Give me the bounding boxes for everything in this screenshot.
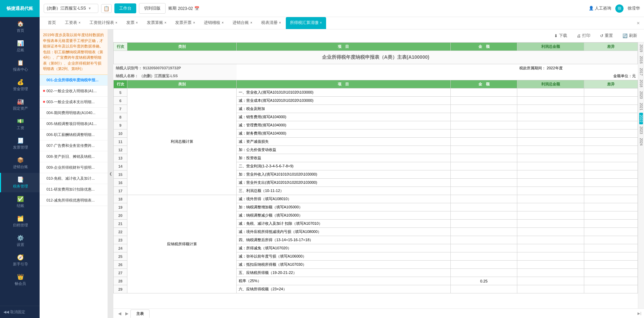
form-list-item-007[interactable]: 007-广告费和业务宣传费跨...	[40, 140, 108, 151]
sidebar-item-sales[interactable]: 📦 进销台账	[0, 153, 40, 173]
refresh-button[interactable]: 🔄 刷新	[620, 31, 640, 40]
close-tab-salary[interactable]: ×	[79, 21, 81, 25]
profit-cell[interactable]	[517, 244, 584, 252]
amount-cell[interactable]	[450, 113, 517, 121]
amount-cell[interactable]	[450, 269, 517, 277]
profit-cell[interactable]	[517, 146, 584, 154]
amount-cell[interactable]	[450, 187, 517, 195]
amount-cell[interactable]	[450, 162, 517, 170]
sidebar-item-tax[interactable]: 📑 税务管理	[0, 173, 40, 192]
amount-cell[interactable]	[450, 261, 517, 269]
profit-cell[interactable]	[517, 138, 584, 146]
close-tab-sales-ledger[interactable]: ×	[250, 21, 252, 25]
amount-cell[interactable]	[450, 179, 517, 187]
form-list-item-012[interactable]: 012-减免所得税优惠明细表...	[40, 195, 108, 206]
amount-cell[interactable]	[450, 146, 517, 154]
profit-cell[interactable]	[517, 261, 584, 269]
close-tab-income-tax[interactable]: ×	[320, 21, 322, 25]
workbench-button[interactable]: 工作台	[114, 3, 136, 13]
unpin-button[interactable]: ◀◀ 取消固定	[0, 306, 40, 318]
switch-version-button[interactable]: 切到旧版	[139, 3, 166, 14]
sidebar-item-salary[interactable]: 💵 工资	[0, 114, 40, 134]
sidebar-item-finance[interactable]: 💰 资金管理	[0, 75, 40, 95]
form-list-item-004[interactable]: 004-期间费用明细表(A1040...	[40, 108, 108, 119]
form-list-item-011[interactable]: 011-研发费用加计扣除优惠...	[40, 184, 108, 195]
profit-cell[interactable]	[517, 211, 584, 220]
profit-cell[interactable]	[517, 195, 584, 203]
amount-cell[interactable]	[450, 170, 517, 179]
amount-cell[interactable]	[450, 252, 517, 261]
profit-cell[interactable]	[517, 97, 584, 105]
amount-cell[interactable]	[450, 228, 517, 236]
profit-cell[interactable]	[517, 285, 584, 293]
profit-cell[interactable]	[517, 220, 584, 228]
amount-cell[interactable]	[450, 97, 517, 105]
amount-cell[interactable]	[450, 244, 517, 252]
copy-icon-btn[interactable]: 📋	[101, 4, 112, 13]
sidebar-item-invoice[interactable]: 🧾 发票管理	[0, 134, 40, 153]
amount-cell[interactable]	[450, 138, 517, 146]
amount-cell[interactable]	[450, 121, 517, 129]
profit-cell[interactable]	[517, 88, 584, 97]
close-tab-invoice-calc[interactable]: ×	[165, 21, 167, 25]
profit-cell[interactable]	[517, 154, 584, 162]
amount-cell[interactable]	[450, 211, 517, 220]
prev-sheet-button[interactable]: ◀	[116, 311, 123, 316]
profit-cell[interactable]	[517, 277, 584, 285]
tab-home[interactable]: 首页	[44, 17, 60, 29]
sidebar-item-archive[interactable]: 🗂️ 归档管理	[0, 212, 40, 231]
close-tab-salary-stats[interactable]: ×	[115, 21, 117, 25]
amount-cell[interactable]	[450, 88, 517, 97]
sidebar-item-member[interactable]: 👑 畅会员	[0, 270, 40, 290]
tab-salary-stats[interactable]: 工资统计报表 ×	[85, 17, 122, 29]
year-2020[interactable]: 2020	[639, 89, 643, 101]
service-label[interactable]: 👤 人工咨询	[589, 5, 611, 11]
close-tab-sales-check[interactable]: ×	[222, 21, 224, 25]
tab-sales-check[interactable]: 进销稽核 ×	[200, 17, 228, 29]
next-sheet-button[interactable]: ▶	[123, 311, 130, 316]
tab-invoice[interactable]: 发票 ×	[122, 17, 142, 29]
sidebar-item-settings[interactable]: ⚙️ 设置	[0, 231, 40, 251]
sidebar-item-ledger[interactable]: 📊 总账	[0, 37, 40, 56]
company-selector[interactable]: (勿删）江西服宝-LSS ▼	[44, 4, 98, 13]
sidebar-item-guide[interactable]: 🧭 新手引导	[0, 251, 40, 270]
sidebar-item-reports[interactable]: 📋 报表中心	[0, 56, 40, 75]
amount-cell[interactable]	[450, 236, 517, 244]
form-list-item-001[interactable]: 001-企业所得税年度纳税申报...	[40, 75, 108, 86]
sidebar-item-close[interactable]: ✅ 结账	[0, 192, 40, 212]
amount-cell[interactable]	[450, 154, 517, 162]
year-2021[interactable]: 2021	[639, 101, 643, 112]
form-list-item-009[interactable]: 009-企业所得税财补亏损明...	[40, 162, 108, 173]
tab-sales-ledger[interactable]: 进销台账 ×	[228, 17, 256, 29]
profit-cell[interactable]	[517, 187, 584, 195]
year-2022[interactable]: 2022	[639, 113, 643, 124]
amount-cell[interactable]	[450, 220, 517, 228]
amount-cell[interactable]	[450, 285, 517, 293]
form-list-item-006[interactable]: 006-职工薪酬纳税调整明细...	[40, 129, 108, 140]
profit-cell[interactable]	[517, 121, 584, 129]
profit-cell[interactable]	[517, 170, 584, 179]
amount-cell[interactable]	[450, 129, 517, 138]
sheet-tab-main[interactable]: 主表	[130, 309, 150, 318]
year-2023[interactable]: 2023	[639, 124, 643, 136]
profit-cell[interactable]	[517, 203, 584, 211]
form-list-item-008[interactable]: 008-资产折旧、摊销及纳税...	[40, 151, 108, 162]
amount-cell[interactable]	[450, 203, 517, 211]
amount-cell[interactable]	[450, 105, 517, 113]
close-tab-invoice[interactable]: ×	[136, 21, 138, 25]
year-2024[interactable]: 2024	[639, 136, 643, 148]
form-list-item-003[interactable]: 003-一般企业成本支出明细...	[40, 97, 108, 108]
close-all-tabs[interactable]: ✕	[636, 21, 640, 26]
year-2016[interactable]: 2016	[639, 54, 643, 66]
year-2018[interactable]: 2018	[639, 78, 643, 89]
tab-invoice-calc[interactable]: 发票算账 ×	[143, 17, 171, 29]
year-2019[interactable]: 2019	[639, 42, 643, 54]
download-button[interactable]: ⬇ 下载	[551, 31, 570, 40]
amount-cell[interactable]: 0.25	[450, 277, 517, 285]
profit-cell[interactable]	[517, 252, 584, 261]
profit-cell[interactable]	[517, 228, 584, 236]
profit-cell[interactable]	[517, 236, 584, 244]
close-tab-tax-clear[interactable]: ×	[279, 21, 281, 25]
tab-salary[interactable]: 工资表 ×	[61, 17, 85, 29]
profit-cell[interactable]	[517, 162, 584, 170]
